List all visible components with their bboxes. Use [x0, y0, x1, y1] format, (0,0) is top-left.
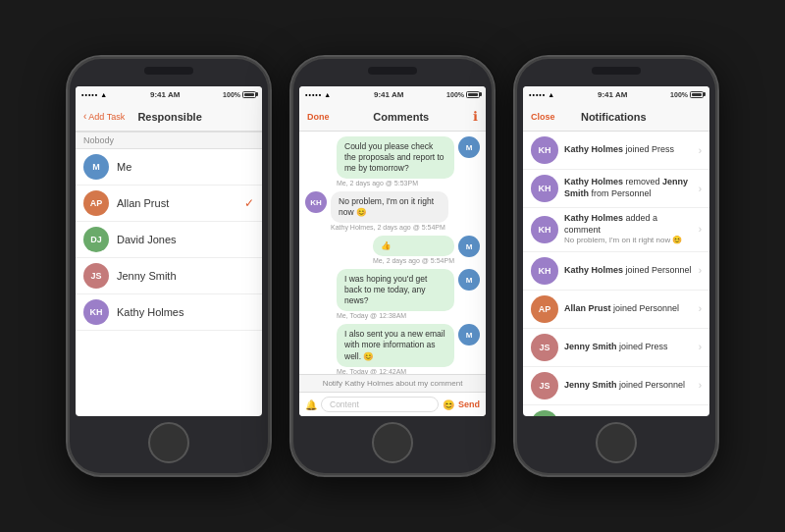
notif-text: Kathy Holmes added a commentNo problem, … — [564, 213, 693, 246]
battery-2: 100% — [446, 91, 480, 98]
list-avatar: KH — [83, 299, 109, 325]
notif-name: Allan Prust — [564, 303, 611, 313]
avatar-initials: M — [92, 162, 100, 172]
wifi-icon: ▲ — [100, 91, 107, 98]
notification-item[interactable]: KH Kathy Holmes joined Press › — [523, 132, 709, 170]
notif-name: Kathy Holmes — [564, 213, 623, 223]
notif-name: Jenny Smith — [564, 380, 617, 390]
list-item-name: Kathy Holmes — [117, 306, 254, 318]
avatar-initials: AP — [90, 198, 103, 208]
signal-dots-2: ••••• — [305, 91, 322, 98]
wifi-icon-2: ▲ — [324, 91, 331, 98]
list-item-name: Jenny Smith — [117, 270, 254, 282]
comment-content: 👍 Me, 2 days ago @ 5:54PM — [373, 236, 454, 264]
list-item-name: Allan Prust — [117, 197, 244, 209]
comment-row: KH No problem, I'm on it right now 😊 Kat… — [305, 191, 480, 231]
status-time-2: 9:41 AM — [374, 90, 403, 99]
notif-avatar: KH — [531, 216, 558, 243]
notif-avatar: KH — [531, 136, 558, 164]
list-avatar: JS — [83, 263, 109, 289]
battery-icon — [242, 91, 256, 98]
comment-avatar: M — [458, 136, 480, 158]
signal-2: ••••• ▲ — [305, 91, 331, 98]
notification-item[interactable]: DJ David Jones joined Personnel › — [523, 405, 709, 416]
notify-bar[interactable]: Notify Kathy Holmes about my comment — [299, 374, 486, 392]
list-separator-nobody: Nobody — [76, 132, 262, 149]
send-button[interactable]: Send — [458, 399, 480, 409]
comment-row: M I was hoping you'd get back to me toda… — [337, 269, 480, 319]
notification-item[interactable]: KH Kathy Holmes removed Jenny Smith from… — [523, 170, 709, 208]
comment-bubble: I also sent you a new email with more in… — [337, 324, 454, 366]
back-button-1[interactable]: ‹ Add Task — [83, 111, 125, 122]
input-placeholder: Content — [330, 399, 359, 409]
notif-avatar: JS — [531, 334, 558, 361]
chevron-right-icon: › — [699, 303, 702, 314]
comment-bubble: No problem, I'm on it right now 😊 — [331, 191, 448, 223]
nav-bar-2: Done Comments ℹ — [299, 102, 486, 132]
list-avatar: DJ — [83, 227, 109, 252]
notification-item[interactable]: KH Kathy Holmes joined Personnel › — [523, 252, 709, 291]
notification-item[interactable]: JS Jenny Smith joined Personnel › — [523, 367, 709, 405]
chevron-right-icon: › — [699, 184, 702, 194]
chevron-right-icon: › — [699, 342, 702, 352]
chevron-right-icon: › — [699, 380, 702, 391]
phone-2-screen: ••••• ▲ 9:41 AM 100% Done Comments ℹ M C… — [299, 86, 486, 416]
phone-1: ••••• ▲ 9:41 AM 100% ‹ Add Task Responsi… — [66, 55, 272, 477]
battery-area: 100% — [223, 91, 256, 98]
comment-meta: Me, Today @ 12:38AM — [337, 312, 454, 319]
status-time: 9:41 AM — [150, 90, 180, 99]
notif-sub: No problem, I'm on it right now 😊 — [564, 236, 693, 245]
notif-avatar: AP — [531, 295, 558, 323]
done-button[interactable]: Done — [307, 112, 330, 122]
responsible-list-item[interactable]: AP Allan Prust ✓ — [76, 186, 262, 222]
nav-bar-3: Close Notifications — [523, 102, 709, 132]
chevron-right-icon: › — [699, 265, 702, 276]
signal-indicator: ••••• ▲ — [81, 91, 107, 98]
emoji-icon[interactable]: 😊 — [443, 399, 454, 410]
comment-bubble: I was hoping you'd get back to me today,… — [337, 269, 454, 311]
notif-text: Kathy Holmes joined Press — [564, 144, 693, 156]
signal-dots-3: ••••• — [529, 91, 546, 98]
responsible-list-item[interactable]: KH Kathy Holmes — [76, 294, 262, 331]
notif-avatar: KH — [531, 175, 558, 202]
responsible-content: Nobody M Me AP Allan Prust ✓ DJ David Jo… — [76, 132, 262, 416]
bell-icon[interactable]: 🔔 — [305, 399, 317, 410]
comment-content: No problem, I'm on it right now 😊 Kathy … — [331, 191, 448, 231]
comment-avatar: M — [458, 236, 480, 257]
notification-item[interactable]: AP Allan Prust joined Personnel › — [523, 291, 709, 329]
info-icon[interactable]: ℹ — [473, 109, 478, 124]
phone-3: ••••• ▲ 9:41 AM 100% Close Notifications… — [513, 55, 719, 477]
signal-3: ••••• ▲ — [529, 91, 554, 98]
comment-content: I was hoping you'd get back to me today,… — [337, 269, 454, 319]
responsible-list-item[interactable]: M Me — [76, 149, 262, 186]
list-item-name: Me — [117, 161, 254, 173]
wifi-icon-3: ▲ — [548, 91, 554, 98]
comment-bubble: 👍 — [373, 236, 454, 256]
nav-title-1: Responsible — [137, 111, 201, 123]
comment-input[interactable]: Content — [321, 397, 439, 412]
notif-name: Kathy Holmes — [564, 177, 623, 186]
notif-avatar: DJ — [531, 410, 558, 416]
back-arrow-icon: ‹ — [83, 111, 86, 122]
close-button[interactable]: Close — [531, 112, 555, 122]
back-label-1: Add Task — [88, 112, 125, 122]
notif-text: Jenny Smith joined Personnel — [564, 380, 693, 392]
status-bar-2: ••••• ▲ 9:41 AM 100% — [299, 86, 486, 102]
comment-input-bar: 🔔 Content 😊 Send — [299, 392, 486, 416]
comment-avatar: M — [458, 269, 480, 291]
check-mark: ✓ — [244, 196, 254, 210]
comment-content: Could you please check the proposals and… — [337, 136, 454, 186]
notification-item[interactable]: JS Jenny Smith joined Press › — [523, 329, 709, 367]
battery-pct-3: 100% — [670, 91, 688, 98]
responsible-list-item[interactable]: JS Jenny Smith — [76, 258, 262, 294]
comment-avatar: KH — [305, 191, 327, 213]
notification-item[interactable]: KH Kathy Holmes added a commentNo proble… — [523, 208, 709, 252]
notif-name: Kathy Holmes — [564, 144, 623, 154]
notif-text: Allan Prust joined Personnel — [564, 303, 693, 315]
responsible-list-item[interactable]: DJ David Jones — [76, 222, 262, 258]
list-avatar: AP — [83, 190, 109, 216]
status-bar-1: ••••• ▲ 9:41 AM 100% — [76, 86, 262, 102]
comment-row: M Could you please check the proposals a… — [337, 136, 480, 186]
nav-bar-1: ‹ Add Task Responsible — [76, 102, 262, 132]
battery-pct-2: 100% — [446, 91, 464, 98]
